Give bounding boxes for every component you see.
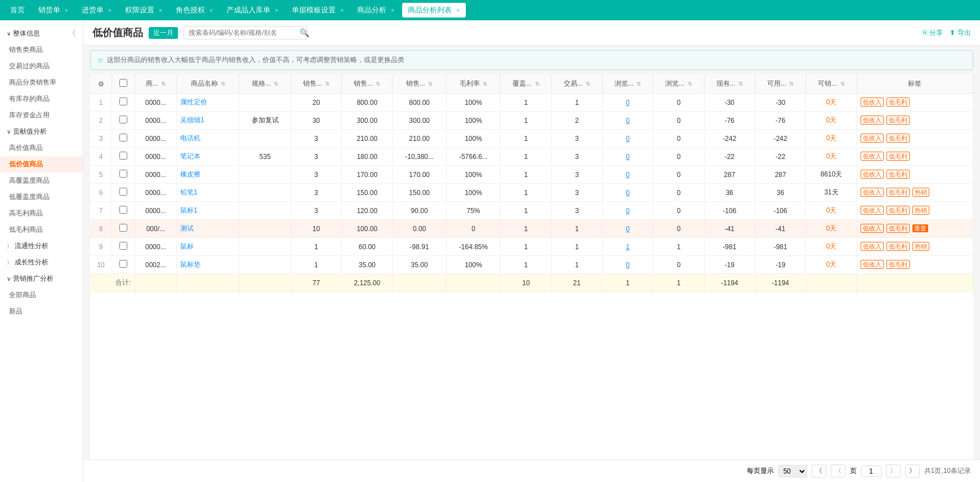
cell-view1[interactable]: 0 bbox=[602, 130, 653, 148]
th-coverage[interactable]: 覆盖... ⇅ bbox=[501, 74, 551, 94]
cell-name[interactable]: 铅笔1 bbox=[177, 184, 239, 202]
sidebar-item-traded-products[interactable]: 交易过的商品 bbox=[0, 58, 83, 74]
export-btn[interactable]: ⬆ 导出 bbox=[950, 28, 971, 38]
prev-page-btn[interactable]: 〈 bbox=[831, 465, 845, 477]
cell-checkbox[interactable] bbox=[112, 238, 135, 256]
th-code[interactable]: 商... ⇅ bbox=[135, 74, 176, 94]
share-btn[interactable]: ⎘ 分享 bbox=[923, 28, 943, 38]
sidebar-item-stock-products[interactable]: 有库存的商品 bbox=[0, 91, 83, 107]
th-stock[interactable]: 现有... ⇅ bbox=[704, 74, 755, 94]
th-avg-amount[interactable]: 销售... ⇅ bbox=[393, 74, 446, 94]
cell-view1[interactable]: 0 bbox=[602, 184, 653, 202]
cell-view1[interactable]: 1 bbox=[602, 238, 653, 256]
row-checkbox[interactable] bbox=[119, 152, 127, 160]
sidebar-item-low-margin[interactable]: 低毛利商品 bbox=[0, 222, 83, 238]
close-sales-icon[interactable]: × bbox=[65, 7, 68, 14]
sidebar-group-contribution[interactable]: ∨ 贡献值分析 bbox=[0, 123, 83, 140]
nav-purchase[interactable]: 进货单 × bbox=[76, 3, 117, 17]
row-checkbox[interactable] bbox=[119, 260, 127, 268]
th-qty[interactable]: 销售... ⇅ bbox=[291, 74, 341, 94]
th-margin[interactable]: 毛利率 ⇅ bbox=[446, 74, 500, 94]
sidebar-group-circulation[interactable]: 〉 流通性分析 bbox=[0, 238, 83, 254]
th-trade[interactable]: 交易... ⇅ bbox=[551, 74, 602, 94]
cell-view1[interactable]: 0 bbox=[602, 112, 653, 130]
close-product-icon[interactable]: × bbox=[275, 7, 278, 14]
cell-checkbox[interactable] bbox=[112, 94, 135, 112]
cell-name[interactable]: 电话机 bbox=[177, 130, 239, 148]
th-spec[interactable]: 规格... ⇅ bbox=[239, 74, 291, 94]
th-available[interactable]: 可用... ⇅ bbox=[755, 74, 806, 94]
sidebar-group-growth[interactable]: 〉 成长性分析 bbox=[0, 254, 83, 271]
nav-permission[interactable]: 权限设置 × bbox=[119, 3, 168, 17]
close-template-icon[interactable]: × bbox=[340, 7, 344, 14]
sidebar-item-stock-capital[interactable]: 库存资金占用 bbox=[0, 107, 83, 123]
close-analysis-list-icon[interactable]: × bbox=[456, 7, 460, 14]
nav-home[interactable]: 首页 bbox=[5, 3, 30, 17]
th-name[interactable]: 商品名称 ⇅ bbox=[177, 74, 239, 94]
sidebar-group-overall[interactable]: ∨ 整体信息 《 bbox=[0, 25, 83, 42]
collapse-overall-icon[interactable]: 《 bbox=[68, 28, 76, 38]
cell-name[interactable]: 鼠标垫 bbox=[177, 256, 239, 274]
th-settings[interactable]: ⚙ bbox=[90, 74, 112, 94]
cell-checkbox[interactable] bbox=[112, 256, 135, 274]
cell-name[interactable]: 鼠标 bbox=[177, 238, 239, 256]
page-input[interactable] bbox=[861, 466, 881, 477]
cell-checkbox[interactable] bbox=[112, 130, 135, 148]
cell-view1[interactable]: 0 bbox=[602, 220, 653, 238]
time-filter-btn[interactable]: 近一月 bbox=[149, 27, 178, 39]
nav-role[interactable]: 角色授权 × bbox=[170, 3, 219, 17]
nav-analysis[interactable]: 商品分析 × bbox=[351, 3, 400, 17]
row-checkbox[interactable] bbox=[119, 224, 127, 232]
close-role-icon[interactable]: × bbox=[210, 7, 213, 14]
next-page-btn[interactable]: 〉 bbox=[886, 465, 901, 477]
cell-name[interactable]: 吴细细1 bbox=[177, 112, 239, 130]
sidebar-item-low-coverage[interactable]: 低覆盖度商品 bbox=[0, 189, 83, 205]
cell-view1[interactable]: 0 bbox=[602, 256, 653, 274]
first-page-btn[interactable]: 《 bbox=[812, 465, 826, 477]
cell-checkbox[interactable] bbox=[112, 184, 135, 202]
sidebar-group-marketing[interactable]: ∨ 营销推广分析 bbox=[0, 271, 83, 287]
nav-product-inbound[interactable]: 产成品入库单 × bbox=[221, 3, 284, 17]
nav-analysis-list[interactable]: 商品分析列表 × bbox=[402, 3, 465, 17]
cell-checkbox[interactable] bbox=[112, 166, 135, 184]
row-checkbox[interactable] bbox=[119, 188, 127, 196]
cell-view1[interactable]: 0 bbox=[602, 148, 653, 166]
row-checkbox[interactable] bbox=[119, 116, 127, 123]
close-permission-icon[interactable]: × bbox=[159, 7, 162, 14]
search-input[interactable] bbox=[184, 26, 308, 39]
sidebar-item-all-products[interactable]: 全部商品 bbox=[0, 287, 83, 303]
nav-sales[interactable]: 销货单 × bbox=[33, 3, 74, 17]
page-size-select[interactable]: 20 50 100 bbox=[778, 465, 807, 477]
cell-name[interactable]: 属性定价 bbox=[177, 94, 239, 112]
select-all-checkbox[interactable] bbox=[119, 79, 127, 87]
row-checkbox[interactable] bbox=[119, 134, 127, 141]
cell-checkbox[interactable] bbox=[112, 112, 135, 130]
cell-view1[interactable]: 0 bbox=[602, 166, 653, 184]
th-saleable[interactable]: 可销... ⇅ bbox=[806, 74, 857, 94]
cell-checkbox[interactable] bbox=[112, 202, 135, 220]
cell-view1[interactable]: 0 bbox=[602, 202, 653, 220]
close-analysis-icon[interactable]: × bbox=[391, 7, 394, 14]
cell-name[interactable]: 橡皮擦 bbox=[177, 166, 239, 184]
search-icon[interactable]: 🔍 bbox=[300, 28, 309, 37]
cell-name[interactable]: 测试 bbox=[177, 220, 239, 238]
th-view1[interactable]: 浏览... ⇅ bbox=[602, 74, 653, 94]
sidebar-item-high-coverage[interactable]: 高覆盖度商品 bbox=[0, 173, 83, 189]
row-checkbox[interactable] bbox=[119, 206, 127, 214]
close-purchase-icon[interactable]: × bbox=[108, 7, 112, 14]
cell-checkbox[interactable] bbox=[112, 148, 135, 166]
sidebar-item-high-margin[interactable]: 高毛利商品 bbox=[0, 205, 83, 222]
cell-name[interactable]: 鼠标1 bbox=[177, 202, 239, 220]
sidebar-item-sales-products[interactable]: 销售类商品 bbox=[0, 42, 83, 58]
row-checkbox[interactable] bbox=[119, 170, 127, 178]
sidebar-item-low-value[interactable]: 低价值商品 bbox=[0, 156, 83, 173]
sidebar-item-new-products[interactable]: 新品 bbox=[0, 303, 83, 320]
row-checkbox[interactable] bbox=[119, 98, 127, 105]
cell-name[interactable]: 笔记本 bbox=[177, 148, 239, 166]
row-checkbox[interactable] bbox=[119, 242, 127, 250]
cell-checkbox[interactable] bbox=[112, 220, 135, 238]
th-view2[interactable]: 浏览... ⇅ bbox=[653, 74, 704, 94]
cell-view1[interactable]: 0 bbox=[602, 94, 653, 112]
sidebar-item-category-sales-rate[interactable]: 商品分类销售率 bbox=[0, 74, 83, 91]
sidebar-item-high-value[interactable]: 高价值商品 bbox=[0, 140, 83, 156]
